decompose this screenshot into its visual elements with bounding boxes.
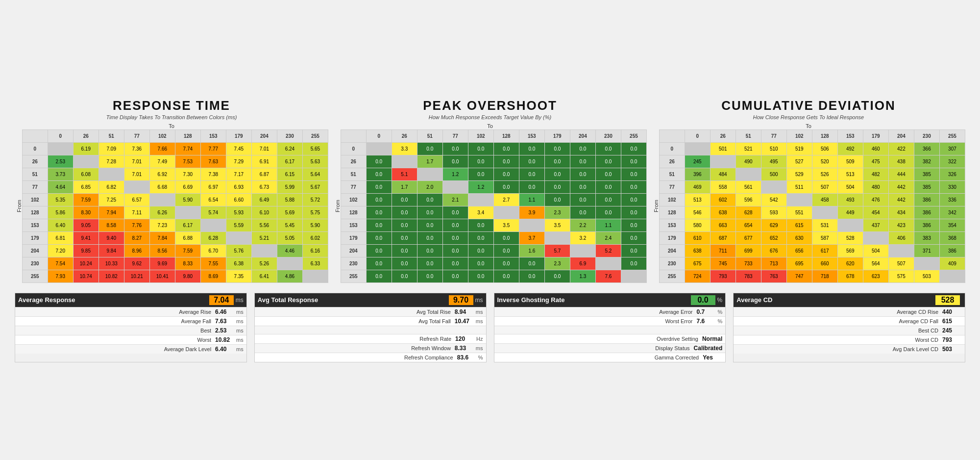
po-cell: 3.3	[392, 142, 417, 155]
po-row-overdrive: Overdrive Setting Normal	[494, 334, 726, 343]
cd-cell: 652	[761, 231, 786, 244]
cd-cell	[812, 206, 837, 219]
cd-fall-value: 615	[942, 318, 962, 325]
cd-best-value: 245	[942, 327, 962, 334]
cd-cell: 383	[914, 231, 939, 244]
po-cell: 1.1	[519, 193, 544, 206]
cd-cell: 677	[735, 231, 761, 244]
cd-cell: 551	[786, 206, 812, 219]
cd-cell: 558	[710, 180, 735, 193]
atr-stats-unit: ms	[475, 297, 483, 304]
po-cell: 0.0	[544, 142, 570, 155]
cd-cell: 307	[939, 142, 965, 155]
po-row-header: 102	[341, 193, 366, 206]
atr-row-refresh-window: Refresh Window 8.33 ms	[255, 343, 486, 353]
po-overdrive-value: Normal	[702, 335, 722, 342]
cd-cell: 506	[812, 142, 837, 155]
cd-cell: 484	[710, 168, 735, 180]
po-cell	[417, 168, 442, 180]
po-cell: 0.0	[366, 231, 392, 244]
po-cell: 0.0	[392, 270, 417, 282]
cd-worst-value: 793	[942, 336, 962, 343]
po-cell: 0.0	[595, 155, 621, 168]
rt-row-best: Best 2.53 ms	[15, 326, 246, 335]
rt-row-header: 128	[22, 206, 48, 219]
rt-cell: 3.73	[48, 168, 73, 180]
cd-cell: 476	[863, 193, 888, 206]
cd-cell: 615	[786, 219, 812, 231]
cd-cell: 587	[812, 231, 837, 244]
rt-cell: 9.85	[73, 244, 98, 257]
cd-cell: 409	[939, 257, 965, 270]
po-cell: 2.7	[493, 193, 519, 206]
rt-cell: 4.64	[48, 180, 73, 193]
rt-cell: 7.49	[149, 155, 175, 168]
po-gamma-label: Gamma Corrected	[497, 355, 699, 360]
cumulative-deviation-section: CUMULATIVE DEVIATION How Close Response …	[652, 98, 965, 283]
rt-cell: 6.17	[175, 219, 200, 231]
rt-cell: 6.69	[175, 180, 200, 193]
rt-cell	[302, 270, 328, 282]
atr-rise-unit: ms	[476, 309, 483, 315]
po-stats-label: Inverse Ghosting Rate	[497, 296, 691, 304]
po-gamma-value: Yes	[703, 354, 722, 361]
po-cell: 0.0	[392, 257, 417, 270]
peak-overshoot-title: PEAK OVERSHOOT	[333, 98, 647, 113]
rt-cell: 5.64	[302, 168, 328, 180]
rt-cell: 7.36	[124, 142, 149, 155]
rt-cell: 10.82	[98, 270, 124, 282]
po-cell: 0.0	[621, 206, 646, 219]
po-cell: 0.0	[468, 219, 493, 231]
rt-corner	[22, 129, 48, 142]
po-row-header: 153	[341, 219, 366, 231]
cd-cell: 623	[863, 270, 888, 282]
po-cell: 0.0	[392, 244, 417, 257]
po-cell: 2.4	[595, 231, 621, 244]
rt-best-value: 2.53	[215, 327, 235, 334]
po-worst-err-unit: %	[717, 318, 722, 324]
po-avg-err-unit: %	[717, 309, 722, 315]
cd-row-fall: Average CD Fall 615	[734, 316, 965, 326]
cd-cell: 245	[685, 155, 710, 168]
cd-cell: 368	[939, 231, 965, 244]
po-row-header: 128	[341, 206, 366, 219]
cd-matrix-container: To From 0 26 51 77 102 128	[652, 123, 965, 283]
rt-cell: 5.45	[277, 219, 302, 231]
po-cell: 0.0	[468, 155, 493, 168]
cd-cell	[939, 270, 965, 282]
cd-cell: 617	[812, 244, 837, 257]
po-cell	[493, 206, 519, 219]
po-cell: 0.0	[621, 168, 646, 180]
po-cell: 0.0	[392, 219, 417, 231]
atr-row-empty	[255, 326, 486, 334]
po-cell: 0.0	[570, 206, 595, 219]
rt-cell: 8.58	[98, 219, 124, 231]
po-cell: 0.0	[621, 193, 646, 206]
po-cell: 1.6	[519, 244, 544, 257]
rt-cell: 6.49	[251, 193, 277, 206]
rt-cell: 6.02	[302, 231, 328, 244]
rt-cell: 5.88	[277, 193, 302, 206]
po-row-header: 255	[341, 270, 366, 282]
rt-h77: 77	[124, 129, 149, 142]
rt-cell	[48, 142, 73, 155]
cd-cell: 695	[786, 257, 812, 270]
rt-row-header: 0	[22, 142, 48, 155]
po-row-header: 230	[341, 257, 366, 270]
atr-refresh-window-value: 8.33	[455, 345, 474, 352]
po-stats-value: 0.0	[691, 295, 715, 305]
po-cell: 3.4	[468, 206, 493, 219]
atr-row-fall: Avg Total Fall 10.47 ms	[255, 316, 486, 326]
po-cell: 0.0	[442, 270, 468, 282]
po-cell	[519, 219, 544, 231]
rt-row-worst: Worst 10.82 ms	[15, 335, 246, 344]
cd-row-best: Best CD 245	[734, 326, 965, 335]
stats-row: Average Response 7.04 ms Average Rise 6.…	[15, 293, 965, 362]
rt-cell: 7.01	[251, 142, 277, 155]
cd-cell: 482	[863, 168, 888, 180]
cd-cell: 406	[888, 231, 914, 244]
cd-cell: 663	[710, 219, 735, 231]
po-cell: 0.0	[519, 180, 544, 193]
rt-row-header: 179	[22, 231, 48, 244]
rt-cell: 5.93	[226, 206, 251, 219]
